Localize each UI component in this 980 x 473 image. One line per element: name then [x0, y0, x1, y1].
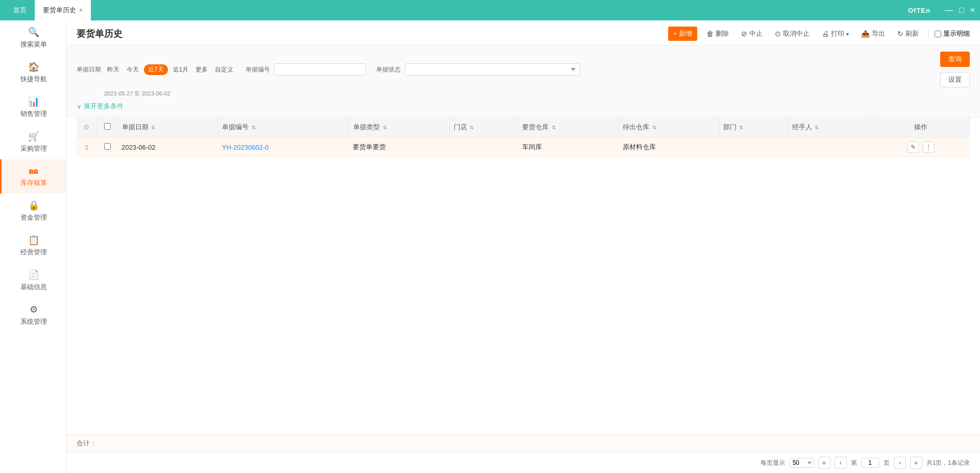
- date-option-1month[interactable]: 近1月: [171, 64, 191, 75]
- system-icon: ⚙: [30, 304, 38, 315]
- table-row: 1 2023-06-02 YH-20230602-0 要货单要货 车间库 原材料…: [77, 137, 970, 157]
- row-doc-number: YH-20230602-0: [218, 137, 349, 157]
- doc-number-sort-icon[interactable]: ⇅: [252, 125, 256, 130]
- cancel-suspend-button[interactable]: ⊙ 取消中止: [772, 27, 813, 40]
- sidebar-sales-label: 销售管理: [20, 109, 47, 119]
- page-label: 第: [851, 459, 857, 467]
- date-filter-label: 单据日期: [77, 65, 101, 74]
- search-menu-icon: 🔍: [28, 27, 39, 38]
- department-sort-icon[interactable]: ⇅: [739, 125, 743, 130]
- table-container: ⚙ 单据日期 ⇅ 单据编号 ⇅: [66, 117, 980, 434]
- sidebar-item-sales[interactable]: 📊 销售管理: [0, 90, 66, 125]
- brand-label: OfTEn: [908, 7, 930, 14]
- req-warehouse-sort-icon[interactable]: ⇅: [552, 125, 556, 130]
- print-button[interactable]: 🖨 打印 ▾: [819, 27, 852, 40]
- sidebar-finance-label: 资金管理: [20, 213, 47, 222]
- sidebar-inventory-label: 库存核算: [20, 178, 47, 187]
- pagination: 每页显示 20 50 100 200 « ‹ 第 页 › » 共1页，1条记录: [66, 452, 980, 473]
- sidebar-item-search-menu[interactable]: 🔍 搜索菜单: [0, 20, 66, 55]
- sidebar-item-inventory[interactable]: 🏘 库存核算: [0, 159, 66, 194]
- top-bar: 首页 要货单历史 × OfTEn — □ ×: [0, 0, 980, 20]
- row-edit-btn[interactable]: ✎: [908, 141, 919, 153]
- row-checkbox-cell: [97, 137, 117, 157]
- new-button-label: + 新增: [673, 29, 692, 38]
- suspend-button[interactable]: ⊘ 中止: [738, 27, 766, 40]
- row-handler: [788, 137, 872, 157]
- sidebar: 🔍 搜索菜单 🏠 快捷导航 📊 销售管理 🛒 采购管理 🏘 库存核算 🔒 资金管…: [0, 20, 66, 473]
- row-doc-date: 2023-06-02: [117, 137, 218, 157]
- first-page-btn[interactable]: «: [818, 457, 830, 469]
- sidebar-item-operation[interactable]: 📋 经营管理: [0, 228, 66, 263]
- window-close-btn[interactable]: ×: [970, 6, 975, 15]
- row-doc-type: 要货单要货: [349, 137, 449, 157]
- minimize-btn[interactable]: —: [945, 6, 953, 15]
- th-doc-number: 单据编号 ⇅: [218, 117, 349, 137]
- per-page-select[interactable]: 20 50 100 200: [789, 458, 814, 468]
- doc-number-label: 单据编号: [246, 65, 270, 74]
- expand-more-btn[interactable]: ∨ 展开更多条件: [77, 102, 970, 111]
- pending-warehouse-sort-icon[interactable]: ⇅: [652, 125, 656, 130]
- doc-number-input[interactable]: [274, 63, 366, 76]
- prev-page-btn[interactable]: ‹: [835, 457, 847, 469]
- sidebar-item-system[interactable]: ⚙ 系统管理: [0, 298, 66, 333]
- row-more-btn[interactable]: ⋮: [923, 141, 934, 153]
- handler-sort-icon[interactable]: ⇅: [815, 125, 819, 130]
- date-option-more[interactable]: 更多: [193, 64, 210, 75]
- refresh-button-label: 刷新: [905, 29, 919, 38]
- refresh-button[interactable]: ↻ 刷新: [894, 27, 922, 40]
- delete-button[interactable]: 🗑 删除: [703, 27, 732, 40]
- th-store-label: 门店: [454, 123, 467, 131]
- doc-type-sort-icon[interactable]: ⇅: [383, 125, 387, 130]
- sidebar-item-basic[interactable]: 📄 基础信息: [0, 263, 66, 298]
- select-all-checkbox[interactable]: [104, 123, 111, 130]
- sidebar-item-finance[interactable]: 🔒 资金管理: [0, 194, 66, 228]
- tab-order-history[interactable]: 要货单历史 ×: [35, 0, 91, 20]
- sidebar-item-quick-nav[interactable]: 🏠 快捷导航: [0, 55, 66, 90]
- date-option-custom[interactable]: 自定义: [213, 64, 235, 75]
- th-operation-label: 操作: [914, 123, 927, 131]
- export-icon: 📤: [861, 30, 870, 38]
- window-controls: OfTEn — □ ×: [908, 6, 975, 15]
- th-department-label: 部门: [723, 123, 737, 131]
- last-page-btn[interactable]: »: [910, 457, 922, 469]
- maximize-btn[interactable]: □: [959, 6, 964, 15]
- settings-button[interactable]: 设置: [940, 72, 970, 87]
- next-page-btn[interactable]: ›: [894, 457, 906, 469]
- operation-icon: 📋: [28, 234, 39, 246]
- tab-close-icon[interactable]: ×: [79, 7, 83, 14]
- store-sort-icon[interactable]: ⇅: [470, 125, 474, 130]
- doc-status-select[interactable]: [405, 63, 580, 76]
- th-handler-label: 经手人: [792, 123, 812, 131]
- th-pending-warehouse: 待出仓库 ⇅: [619, 117, 719, 137]
- date-options: 昨天 今天 近7天 近1月 更多 自定义: [105, 64, 235, 75]
- expand-chevron-icon: ∨: [77, 103, 82, 110]
- table-settings-icon[interactable]: ⚙: [83, 123, 90, 131]
- new-button[interactable]: + 新增: [668, 27, 697, 41]
- doc-status-label: 单据状态: [376, 65, 401, 74]
- data-table: ⚙ 单据日期 ⇅ 单据编号 ⇅: [77, 117, 970, 157]
- th-req-warehouse: 要货仓库 ⇅: [518, 117, 619, 137]
- display-detail-checkbox-label[interactable]: 显示明细: [935, 29, 970, 38]
- th-doc-number-label: 单据编号: [222, 123, 249, 131]
- date-option-yesterday[interactable]: 昨天: [105, 64, 121, 75]
- purchase-icon: 🛒: [28, 131, 39, 142]
- display-detail-checkbox[interactable]: [935, 31, 941, 37]
- finance-icon: 🔒: [28, 200, 39, 211]
- export-button[interactable]: 📤 导出: [858, 27, 888, 40]
- tab-home[interactable]: 首页: [5, 0, 35, 20]
- content-area: 要货单历史 + 新增 🗑 删除 ⊘ 中止 ⊙ 取消中止 🖨: [66, 20, 980, 473]
- date-option-today[interactable]: 今天: [125, 64, 141, 75]
- query-button[interactable]: 查询: [940, 52, 970, 67]
- row-department: [719, 137, 788, 157]
- sidebar-item-purchase[interactable]: 🛒 采购管理: [0, 125, 66, 159]
- row-num: 1: [77, 137, 97, 157]
- th-doc-date: 单据日期 ⇅: [117, 117, 218, 137]
- row-checkbox[interactable]: [104, 143, 111, 150]
- delete-icon: 🗑: [706, 30, 714, 38]
- doc-date-sort-icon[interactable]: ⇅: [151, 125, 155, 130]
- page-input[interactable]: [861, 458, 879, 468]
- print-button-label: 打印: [831, 29, 844, 38]
- date-option-7days[interactable]: 近7天: [144, 64, 168, 75]
- doc-number-link[interactable]: YH-20230602-0: [222, 144, 269, 151]
- row-req-warehouse: 车间库: [518, 137, 619, 157]
